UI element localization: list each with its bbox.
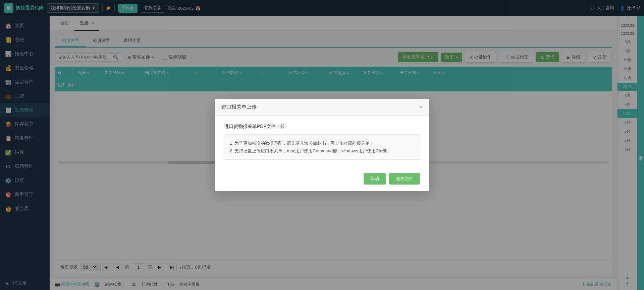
modal-footer: 取消 选择文件 — [215, 168, 429, 191]
modal-body: 进口货物报关单PDF文件上传 1. 为了更加精准的数据匹配，请先录入海关缴款书，… — [215, 116, 429, 168]
modal-header: 进口报关单上传 × — [215, 99, 429, 116]
modal-close-button[interactable]: × — [419, 103, 423, 111]
modal-info-box: 1. 为了更加精准的数据匹配，请先录入海关缴款书，再上传对应的报关单； 2. 支… — [224, 134, 420, 160]
modal-section-title: 进口货物报关单PDF文件上传 — [224, 124, 420, 130]
modal-info-2: 2. 支持批量上传进口报关单，mac用户使用Command键，windows用户… — [230, 147, 414, 155]
import-modal: 进口报关单上传 × 进口货物报关单PDF文件上传 1. 为了更加精准的数据匹配，… — [215, 99, 429, 192]
modal-info-1: 1. 为了更加精准的数据匹配，请先录入海关缴款书，再上传对应的报关单； — [230, 139, 414, 147]
modal-title: 进口报关单上传 — [221, 104, 257, 110]
modal-overlay: 进口报关单上传 × 进口货物报关单PDF文件上传 1. 为了更加精准的数据匹配，… — [0, 0, 644, 290]
modal-select-file-button[interactable]: 选择文件 — [389, 173, 420, 185]
modal-cancel-button[interactable]: 取消 — [364, 173, 386, 185]
